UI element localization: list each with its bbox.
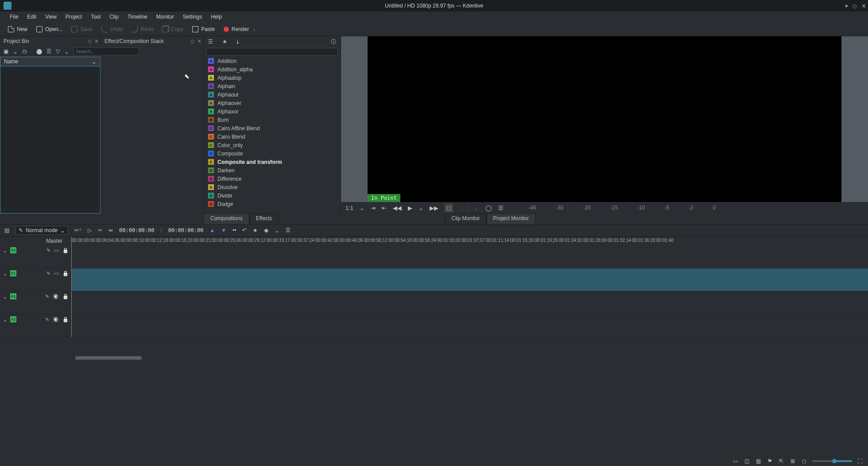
close-icon[interactable]: ✕	[861, 3, 866, 9]
composition-item[interactable]: AAddition_alpha	[204, 65, 341, 74]
track-tag[interactable]: V1	[10, 270, 16, 276]
add-dropdown-icon[interactable]	[13, 48, 18, 54]
filter-dropdown-icon[interactable]	[64, 48, 69, 54]
spacer-icon[interactable]: ⇔	[108, 227, 113, 233]
composition-item[interactable]: AAlphaover	[204, 99, 341, 107]
play-icon[interactable]: ▶	[408, 205, 412, 211]
track-header[interactable]: V2	[0, 245, 72, 268]
sb-icon-7[interactable]: ◻	[801, 458, 808, 464]
new-button[interactable]: New	[8, 26, 27, 32]
track-body[interactable]	[72, 291, 868, 314]
composition-item[interactable]: AAlphain	[204, 82, 341, 90]
redo-button[interactable]: Redo	[132, 26, 153, 32]
marker-blue2-icon[interactable]: ▼	[221, 227, 226, 233]
composition-item[interactable]: AAlphaatop	[204, 74, 341, 82]
tab-effects[interactable]: Effects	[249, 214, 279, 224]
tag-icon[interactable]: ⬤	[36, 48, 42, 54]
menu-clip[interactable]: Clip	[105, 13, 123, 21]
close-panel-icon[interactable]: ✕	[197, 38, 202, 44]
composition-item[interactable]: DDifference	[204, 175, 341, 183]
sb-icon-6[interactable]: ⊞	[789, 458, 796, 464]
paste-button[interactable]: Paste	[192, 26, 215, 32]
settings-icon[interactable]: ☰	[286, 227, 291, 233]
tool-1-icon[interactable]: ✂⁺	[74, 227, 81, 233]
track-body[interactable]	[72, 268, 868, 291]
hamburger-icon[interactable]	[46, 48, 51, 54]
folder-icon[interactable]: 🗀	[22, 48, 27, 54]
chevron-down-icon[interactable]	[360, 205, 364, 211]
menu-monitor[interactable]: Monitor	[152, 13, 178, 21]
menu-tool[interactable]: Tool	[86, 13, 105, 21]
open-button[interactable]: Open...	[36, 26, 62, 32]
composition-item[interactable]: CComposite	[204, 149, 341, 158]
bin-empty-area[interactable]	[0, 66, 101, 214]
tab-compositions[interactable]: Compositions	[204, 214, 249, 224]
collapse-icon[interactable]	[3, 270, 8, 277]
composition-item[interactable]: CCairo Blend	[204, 132, 341, 141]
compositions-search-input[interactable]	[206, 48, 338, 56]
copy-button[interactable]: Copy	[162, 26, 183, 32]
master-track-header[interactable]: Master	[0, 237, 72, 245]
timeline-scrollbar[interactable]	[0, 355, 868, 361]
tab-project-monitor[interactable]: Project Monitor	[487, 214, 536, 224]
download-icon[interactable]	[235, 39, 240, 45]
fit-zoom-icon[interactable]: ⛶	[856, 458, 864, 464]
track-body[interactable]	[72, 245, 868, 268]
razor-icon[interactable]: ✂	[98, 227, 102, 233]
zoom-scale[interactable]: 1:1	[345, 205, 353, 211]
add-clip-icon[interactable]: ▣	[4, 48, 8, 54]
rewind-icon[interactable]: ◀◀	[393, 205, 402, 211]
composition-item[interactable]: AAddition	[204, 57, 341, 65]
save-button[interactable]: Save	[71, 26, 92, 32]
collapse-icon[interactable]	[3, 247, 8, 254]
play-dropdown-icon[interactable]	[418, 205, 423, 211]
marker-icon[interactable]: ◯	[485, 205, 492, 211]
filter-icon[interactable]: ▽	[56, 48, 60, 54]
track-header[interactable]: A2	[0, 315, 72, 337]
dots-icon[interactable]: ••	[232, 227, 236, 233]
menu-file[interactable]: File	[5, 13, 23, 21]
track-tag[interactable]: A1	[10, 293, 16, 299]
compositions-list[interactable]: AAdditionAAddition_alphaAAlphaatopAAlpha…	[204, 57, 341, 214]
lock-icon[interactable]	[62, 316, 69, 322]
monitor-view[interactable]: In Point	[368, 36, 841, 202]
sb-icon-1[interactable]: ▭	[732, 458, 739, 464]
composition-item[interactable]: DDodge	[204, 200, 341, 208]
effects-icon[interactable]	[46, 270, 50, 276]
visibility-icon[interactable]	[54, 270, 59, 276]
composition-item[interactable]: CColor_only	[204, 141, 341, 149]
minimize-icon[interactable]: ▾	[845, 3, 848, 9]
undock-icon[interactable]: ◇	[88, 38, 92, 44]
chevron-down-icon[interactable]: ⌄	[252, 27, 256, 31]
composition-item[interactable]: AAlphaout	[204, 90, 341, 99]
track-header[interactable]: V1	[0, 268, 72, 291]
mute-icon[interactable]	[53, 293, 59, 299]
collapse-icon[interactable]	[3, 293, 8, 300]
sb-icon-5[interactable]: ⇱	[778, 458, 785, 464]
composition-item[interactable]: DDarken	[204, 166, 341, 175]
dots2-icon[interactable]: •°	[243, 227, 247, 233]
info-icon[interactable]	[331, 38, 336, 46]
tab-clip-monitor[interactable]: Clip Monitor	[445, 214, 487, 224]
track-compositing-icon[interactable]: ▤	[4, 227, 9, 233]
visibility-icon[interactable]	[54, 247, 59, 253]
forward-icon[interactable]: ▶▶	[430, 205, 438, 211]
menu-timeline[interactable]: Timeline	[123, 13, 152, 21]
sb-icon-3[interactable]: ▥	[755, 458, 762, 464]
chevron-down-icon[interactable]	[275, 227, 279, 234]
close-panel-icon[interactable]: ✕	[94, 38, 99, 44]
timeline-ruler[interactable]: 00:00:00;0000:00:04;0500:00:08;1000:00:1…	[72, 237, 868, 245]
monitor-menu-icon[interactable]	[498, 205, 504, 211]
maximize-icon[interactable]: ◇	[852, 3, 857, 9]
set-out-icon[interactable]: ⇤	[382, 205, 387, 211]
composition-item[interactable]: CComposite and transform	[204, 158, 341, 166]
composition-item[interactable]: AAlphaxor	[204, 107, 341, 116]
composition-item[interactable]: DDissolve	[204, 183, 341, 191]
track-header[interactable]: A1	[0, 291, 72, 314]
track-tag[interactable]: V2	[10, 247, 16, 253]
menu-project[interactable]: Project	[61, 13, 86, 21]
favorite-icon[interactable]	[253, 227, 258, 233]
menu-settings[interactable]: Settings	[178, 13, 206, 21]
menu-help[interactable]: Help	[206, 13, 226, 21]
mute-icon[interactable]	[53, 316, 59, 322]
